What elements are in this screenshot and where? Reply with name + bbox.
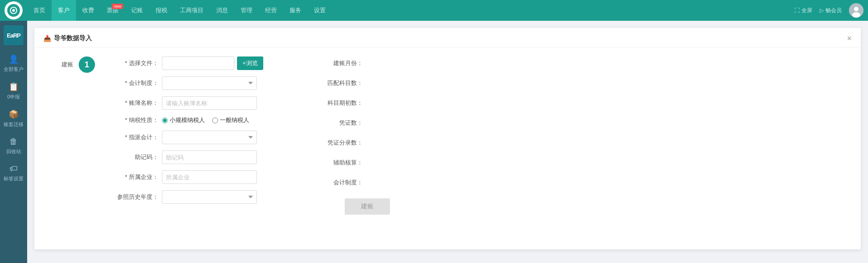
accounting-system-field-row bbox=[162, 76, 263, 90]
ledger-name-label: * 账簿名称： bbox=[104, 99, 158, 107]
svg-point-3 bbox=[852, 12, 860, 18]
nav-right: ⛶ 全屏 ▷ 畅会员 bbox=[794, 3, 863, 18]
build-month-label: 建账月份： bbox=[318, 59, 363, 67]
subject-initial-value bbox=[366, 96, 444, 110]
company-field-row bbox=[162, 170, 263, 184]
sidebar-item-account-migrate[interactable]: 📦 账套迁移 bbox=[0, 106, 27, 132]
match-subject-label: 匹配科目数： bbox=[318, 79, 363, 87]
accountant-field-row bbox=[162, 131, 263, 144]
nav-customer[interactable]: 客户 bbox=[52, 0, 76, 21]
declare-icon: 📋 bbox=[9, 82, 19, 92]
close-button[interactable]: × bbox=[847, 34, 852, 42]
form-container: 建账 1 * 选择文件： +浏览 * 会计制度： bbox=[34, 47, 861, 224]
sidebar-item-zero-declare[interactable]: 📋 0申报 bbox=[0, 78, 27, 104]
trash-icon: 🗑 bbox=[9, 137, 18, 146]
tax-general-label[interactable]: 一般纳税人 bbox=[212, 116, 249, 124]
import-icon: 📥 bbox=[43, 35, 51, 42]
voucher-entry-value bbox=[366, 136, 444, 150]
svg-point-2 bbox=[854, 7, 859, 11]
sidebar: EaRP 👤 全部客户 📋 0申报 📦 账套迁移 🗑 回收站 🏷 标签设置 bbox=[0, 21, 27, 263]
tax-small-radio[interactable] bbox=[162, 117, 168, 123]
dialog-card: 📥 导爷数据导入 × 建账 1 * 选择文件： bbox=[34, 28, 861, 249]
history-year-label: 参照历史年度： bbox=[104, 193, 158, 201]
aux-account-label: 辅助核算： bbox=[318, 159, 363, 167]
sidebar-item-all-customers[interactable]: 👤 全部客户 bbox=[0, 51, 27, 76]
tax-general-radio[interactable] bbox=[212, 117, 218, 123]
sidebar-item-recycle[interactable]: 🗑 回收站 bbox=[0, 133, 27, 159]
nav-settings[interactable]: 设置 bbox=[308, 0, 332, 21]
nav-operation[interactable]: 经营 bbox=[259, 0, 283, 21]
content-area: 📥 导爷数据导入 × 建账 1 * 选择文件： bbox=[27, 21, 868, 263]
nav-invoice[interactable]: 票据 new bbox=[100, 0, 125, 21]
accounting-system-label: * 会计制度： bbox=[104, 79, 158, 87]
voucher-count-label: 凭证数： bbox=[318, 119, 363, 127]
nav-items: 首页 客户 收费 票据 new 记账 报税 工商项目 消息 管理 经营 服务 设… bbox=[27, 0, 794, 21]
tax-type-field-row: 小规模纳税人 一般纳税人 bbox=[162, 116, 263, 124]
build-account-button[interactable]: 建账 bbox=[345, 198, 390, 215]
ledger-name-field-row bbox=[162, 96, 263, 110]
svg-point-0 bbox=[12, 9, 15, 12]
nav-fee[interactable]: 收费 bbox=[76, 0, 100, 21]
step-circle: 1 bbox=[79, 56, 95, 73]
app-logo[interactable] bbox=[5, 1, 23, 19]
step-label: 建账 bbox=[62, 61, 73, 69]
play-icon: ▷ bbox=[820, 7, 824, 14]
memo-input[interactable] bbox=[162, 150, 257, 164]
fullscreen-icon: ⛶ bbox=[794, 7, 800, 14]
sidebar-logo: EaRP bbox=[4, 25, 24, 45]
match-subject-value bbox=[366, 76, 444, 90]
history-year-select[interactable] bbox=[162, 190, 257, 204]
person-icon: 👤 bbox=[9, 54, 19, 64]
dialog-header: 📥 导爷数据导入 × bbox=[34, 28, 861, 47]
history-year-field-row bbox=[162, 190, 263, 204]
tax-small-label[interactable]: 小规模纳税人 bbox=[162, 116, 205, 124]
aux-account-value bbox=[366, 156, 444, 169]
avatar[interactable] bbox=[849, 3, 863, 18]
voucher-entry-label: 凭证分录数： bbox=[318, 139, 363, 147]
main-layout: EaRP 👤 全部客户 📋 0申报 📦 账套迁移 🗑 回收站 🏷 标签设置 bbox=[0, 21, 868, 263]
form-fields: * 选择文件： +浏览 * 会计制度： bbox=[104, 56, 263, 204]
company-input[interactable] bbox=[162, 170, 257, 184]
accountant-select[interactable] bbox=[162, 131, 257, 144]
file-field-row: +浏览 bbox=[162, 56, 263, 70]
nav-business[interactable]: 工商项目 bbox=[174, 0, 210, 21]
right-panel: 建账月份： 匹配科目数： 科目期初数： 凭证数： 凭证分录数： 辅助核算： 会计… bbox=[290, 56, 444, 215]
accountant-label: * 指派会计： bbox=[104, 133, 158, 141]
memo-label: 助记码： bbox=[104, 153, 158, 161]
nav-bookkeeping[interactable]: 记账 bbox=[125, 0, 149, 21]
migrate-icon: 📦 bbox=[9, 109, 19, 119]
right-accounting-value bbox=[366, 176, 444, 189]
nav-home[interactable]: 首页 bbox=[27, 0, 52, 21]
memo-field-row bbox=[162, 150, 263, 164]
voucher-count-value bbox=[366, 116, 444, 130]
nav-service[interactable]: 服务 bbox=[283, 0, 308, 21]
nav-invoice-badge: new bbox=[112, 4, 123, 9]
step-row: 建账 1 bbox=[62, 56, 95, 73]
top-nav: 首页 客户 收费 票据 new 记账 报税 工商项目 消息 管理 经营 服务 设… bbox=[0, 0, 868, 21]
file-label: * 选择文件： bbox=[104, 59, 158, 67]
nav-tax[interactable]: 报税 bbox=[149, 0, 174, 21]
tag-icon: 🏷 bbox=[9, 164, 18, 174]
file-input[interactable] bbox=[162, 56, 234, 70]
ledger-name-input[interactable] bbox=[162, 96, 257, 110]
member-button[interactable]: ▷ 畅会员 bbox=[820, 7, 842, 14]
sidebar-item-tag-settings[interactable]: 🏷 标签设置 bbox=[0, 160, 27, 186]
nav-manage[interactable]: 管理 bbox=[234, 0, 259, 21]
nav-message[interactable]: 消息 bbox=[210, 0, 234, 21]
company-label: * 所属企业： bbox=[104, 173, 158, 181]
accounting-system-select[interactable] bbox=[162, 76, 257, 90]
build-month-value bbox=[366, 56, 444, 70]
form-left: 建账 1 * 选择文件： +浏览 * 会计制度： bbox=[62, 56, 263, 215]
build-btn-area: 建账 bbox=[290, 198, 444, 215]
dialog-title: 📥 导爷数据导入 bbox=[43, 34, 92, 42]
right-info-grid: 建账月份： 匹配科目数： 科目期初数： 凭证数： 凭证分录数： 辅助核算： 会计… bbox=[318, 56, 444, 189]
right-accounting-label: 会计制度： bbox=[318, 178, 363, 187]
browse-button[interactable]: +浏览 bbox=[237, 56, 263, 70]
subject-initial-label: 科目期初数： bbox=[318, 99, 363, 107]
tax-type-label: * 纳税性质： bbox=[104, 116, 158, 124]
fullscreen-button[interactable]: ⛶ 全屏 bbox=[794, 7, 812, 14]
